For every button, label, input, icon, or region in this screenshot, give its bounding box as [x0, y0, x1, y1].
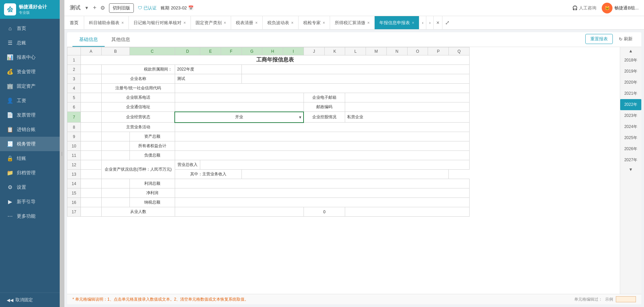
cell-9-rest[interactable]: [175, 132, 469, 141]
cell-10-B[interactable]: [101, 141, 129, 151]
cell-14-A[interactable]: [81, 179, 102, 188]
tab-tax-wave[interactable]: 税负波动表 ×: [263, 16, 299, 29]
cell-4-BC[interactable]: 注册号/统一社会信用代码: [101, 84, 175, 93]
topbar-dropdown-icon[interactable]: ▼: [85, 5, 89, 10]
sidebar-item-close[interactable]: 🔒 结账: [0, 151, 60, 166]
cell-15-C[interactable]: 净利润: [129, 188, 175, 198]
cell-11-rest[interactable]: [175, 151, 469, 160]
year-panel-up[interactable]: ▲: [620, 47, 641, 55]
sidebar-item-fixed[interactable]: 🏢 固定资产: [0, 79, 60, 93]
cell-3-rest[interactable]: [241, 74, 469, 84]
cell-7-holding[interactable]: 私营企业: [345, 112, 470, 123]
tab-tax-table[interactable]: 税表清册 ×: [231, 16, 263, 29]
cell-3-BC[interactable]: 企业名称: [101, 74, 175, 84]
cell-9-C[interactable]: 资产总额: [129, 132, 175, 141]
cell-3-DEF[interactable]: 测试: [175, 74, 241, 84]
tab-tax-expert-close[interactable]: ×: [323, 20, 325, 25]
cell-16-A[interactable]: [81, 198, 102, 207]
tab-expand[interactable]: ⤢: [442, 16, 452, 29]
calendar-icon[interactable]: 📅: [188, 5, 194, 10]
cell-17-BC[interactable]: 从业人数: [101, 207, 175, 217]
tab-nav-next[interactable]: ›: [426, 16, 433, 29]
cell-5-email[interactable]: [345, 93, 470, 102]
cell-5-phone[interactable]: [175, 93, 304, 102]
cell-6-addr[interactable]: [175, 102, 304, 112]
cell-12-BC-assets[interactable]: 企业资产状况信息(币种：人民币万元): [101, 160, 175, 179]
support-button[interactable]: 🎧 人工咨询: [572, 5, 596, 11]
tab-tax-calc-close[interactable]: ×: [367, 20, 370, 25]
tab-fixed-asset[interactable]: 固定资产类别 ×: [191, 16, 231, 29]
subtab-other[interactable]: 其他信息: [105, 33, 137, 47]
cell-17-A[interactable]: [81, 207, 102, 217]
cell-9-B[interactable]: [101, 132, 129, 141]
sidebar-item-invoice[interactable]: 📄 发票管理: [0, 108, 60, 122]
topbar-add-icon[interactable]: +: [93, 4, 97, 11]
user-menu[interactable]: 🐱 畅捷通B组...: [602, 3, 639, 13]
cell-8-A[interactable]: [81, 123, 102, 132]
cell-7-BC[interactable]: 企业经营状态: [101, 112, 175, 123]
cell-6-BC[interactable]: 企业通信地址: [101, 102, 175, 112]
year-2018[interactable]: 2018年: [620, 55, 641, 66]
cell-8-BC[interactable]: 主营业务活动: [101, 123, 175, 132]
sidebar-item-fund[interactable]: 💰 资金管理: [0, 64, 60, 79]
tab-close-all[interactable]: ×: [434, 16, 442, 29]
cell-10-A[interactable]: [81, 141, 102, 151]
tab-home[interactable]: 首页: [64, 16, 84, 29]
cell-10-rest[interactable]: [175, 141, 469, 151]
cell-4-A[interactable]: [81, 84, 102, 93]
switch-version-button[interactable]: 切到旧版: [109, 3, 134, 13]
year-2019[interactable]: 2019年: [620, 66, 641, 77]
tab-fixed-asset-close[interactable]: ×: [224, 20, 226, 25]
cell-12-A[interactable]: [81, 160, 102, 170]
sidebar-item-tax[interactable]: 🧾 税务管理: [0, 137, 60, 151]
tab-journal-bank[interactable]: 日记账与银行对账单核对 ×: [129, 16, 191, 29]
cell-5-BC[interactable]: 企业联系电话: [101, 93, 175, 102]
cell-7-A[interactable]: [81, 112, 102, 123]
refresh-button[interactable]: ↻ 刷新: [615, 34, 636, 44]
tab-aux-balance-close[interactable]: ×: [121, 20, 124, 25]
tab-tax-expert[interactable]: 税检专家 ×: [299, 16, 330, 29]
tab-annual-report-close[interactable]: ×: [412, 20, 414, 25]
cell-17-zero[interactable]: 0: [304, 207, 345, 217]
cell-8-rest[interactable]: [175, 123, 469, 132]
sidebar-item-report[interactable]: 📊 报表中心: [0, 50, 60, 64]
sidebar-item-purchase[interactable]: 📋 进销台账: [0, 122, 60, 137]
cell-14-rest[interactable]: [175, 179, 469, 188]
cell-2-rest[interactable]: [241, 65, 469, 74]
cell-13-A[interactable]: [81, 170, 102, 179]
cell-7-status[interactable]: 开业 ▼: [175, 112, 304, 123]
cell-14-B[interactable]: [101, 179, 129, 188]
cell-2-BC[interactable]: 税款所属期间：: [101, 65, 175, 74]
cell-5-A[interactable]: [81, 93, 102, 102]
year-2023[interactable]: 2023年: [620, 110, 641, 121]
cell-3-A[interactable]: [81, 74, 102, 84]
year-panel-down[interactable]: ▼: [620, 166, 641, 173]
topbar-settings-icon[interactable]: ⚙: [100, 5, 105, 11]
cell-12-C-revenue[interactable]: 营业总收入: [175, 160, 200, 170]
cell-4-rest[interactable]: [175, 84, 469, 93]
tab-journal-bank-close[interactable]: ×: [183, 20, 186, 25]
cell-17-rest[interactable]: [345, 207, 470, 217]
cell-6-A[interactable]: [81, 102, 102, 112]
cell-6-postal[interactable]: [345, 102, 470, 112]
cell-13-rest[interactable]: [241, 170, 449, 179]
spreadsheet-main[interactable]: A B C D E F G H I J K L: [67, 47, 620, 294]
cell-6-postal-label[interactable]: 邮政编码: [304, 102, 345, 112]
cell-14-C[interactable]: 利润总额: [129, 179, 175, 188]
cell-7-holding-label[interactable]: 企业控股情况: [304, 112, 345, 123]
year-2022[interactable]: 2022年: [620, 99, 641, 110]
cell-9-A[interactable]: [81, 132, 102, 141]
sidebar-item-ledger[interactable]: ☰ 总账: [0, 36, 60, 50]
cell-5-email-label[interactable]: 企业电子邮箱: [304, 93, 345, 102]
sidebar-item-archive[interactable]: 📁 归档管理: [0, 166, 60, 180]
cell-2-DEF[interactable]: 2022年度: [175, 65, 241, 74]
cell-13-main-revenue[interactable]: 其中：主营业务收入: [175, 170, 241, 179]
subtab-basic[interactable]: 基础信息: [72, 33, 105, 47]
table-title-cell[interactable]: 工商年报信息表: [81, 55, 470, 65]
tab-tax-calc[interactable]: 所得税汇算清缴 ×: [330, 16, 375, 29]
sidebar-item-home[interactable]: ⌂ 首页: [0, 21, 60, 36]
cell-17-count[interactable]: [175, 207, 304, 217]
cell-15-rest[interactable]: [175, 188, 469, 198]
year-2027[interactable]: 2027年: [620, 155, 641, 166]
year-2024[interactable]: 2024年: [620, 121, 641, 132]
